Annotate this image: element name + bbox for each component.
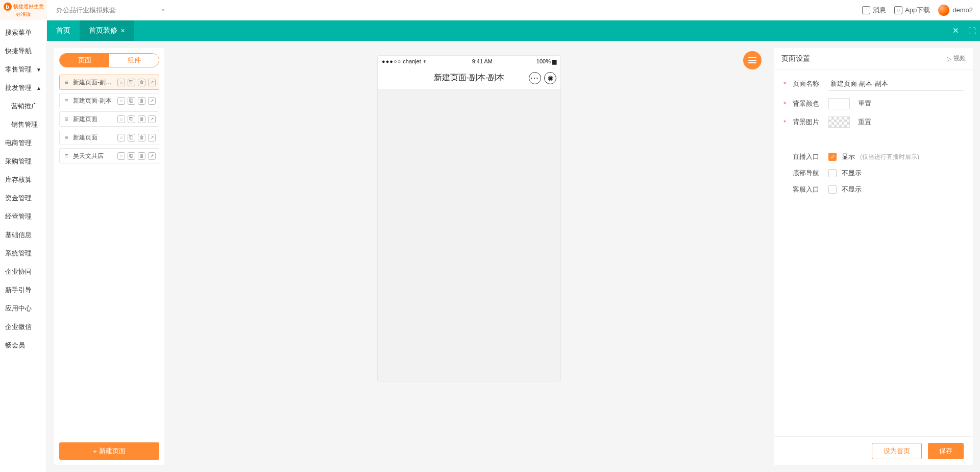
logo: b 畅捷通好生意 标准版 xyxy=(0,0,47,20)
sidebar-item-chmember[interactable]: 畅会员 xyxy=(0,336,46,355)
share-icon[interactable]: ↗ xyxy=(148,115,156,123)
phone-body[interactable] xyxy=(378,89,560,382)
bottom-nav-checkbox[interactable] xyxy=(828,169,837,177)
support-label: 客服入口 xyxy=(793,185,823,194)
tab-close-all-icon[interactable]: ✕ xyxy=(947,20,964,41)
share-icon[interactable]: ↗ xyxy=(148,97,156,105)
sidebar-item-basic[interactable]: 基础信息 xyxy=(0,226,46,244)
sidebar-item-coop[interactable]: 企业协同 xyxy=(0,263,46,281)
segment-component[interactable]: 组件 xyxy=(109,54,159,67)
messages-label: 消息 xyxy=(873,6,886,15)
user-menu[interactable]: demo2 xyxy=(938,5,973,16)
tab-fullscreen-icon[interactable]: ⛶ xyxy=(964,20,980,41)
sidebar-item-quick[interactable]: 快捷导航 xyxy=(0,42,46,60)
delete-icon[interactable]: 🗑 xyxy=(138,115,145,123)
page-name-input[interactable] xyxy=(828,77,964,91)
account-selector[interactable]: 办公品行业模拟账套 ▾ xyxy=(56,6,164,15)
logo-icon: b xyxy=(4,3,12,11)
field-bottom-nav: 底部导航 不显示 xyxy=(783,169,964,178)
delete-icon[interactable]: 🗑 xyxy=(138,97,145,105)
phone-icon: ▯ xyxy=(894,6,902,14)
home-icon[interactable]: ⌂ xyxy=(117,97,125,105)
save-button[interactable]: 保存 xyxy=(928,443,964,459)
new-page-button[interactable]: + 新建页面 xyxy=(59,442,159,460)
sidebar-item-fund[interactable]: 资金管理 xyxy=(0,189,46,207)
set-home-button[interactable]: 设为首页 xyxy=(872,443,922,459)
live-label: 直播入口 xyxy=(793,152,823,161)
sidebar-sub-sales[interactable]: 销售管理 xyxy=(0,115,46,134)
share-icon[interactable]: ↗ xyxy=(148,134,156,141)
battery-icon: ▆ xyxy=(552,58,556,64)
bg-image-reset[interactable]: 重置 xyxy=(858,117,871,127)
sidebar-item-wholesale[interactable]: 批发管理▲ xyxy=(0,79,46,97)
phone-preview: ●●●○○ chanjet ᯤ 9:41 AM 100% ▆ 新建页面-副本-副… xyxy=(377,55,561,382)
signal-icon: ●●●○○ xyxy=(382,58,401,64)
play-icon: ▷ xyxy=(947,55,951,62)
share-icon[interactable]: ↗ xyxy=(148,79,156,86)
sidebar-item-purchase[interactable]: 采购管理 xyxy=(0,152,46,171)
phone-menu-icon[interactable]: ··· xyxy=(529,72,541,84)
required-mark: * xyxy=(783,119,788,126)
tab-decorate[interactable]: 首页装修 ✕ xyxy=(80,20,134,41)
page-row[interactable]: ≡ 昊天文具店 ⌂⿻🗑↗ xyxy=(59,148,159,163)
sidebar-item-system[interactable]: 系统管理 xyxy=(0,244,46,263)
live-checkbox[interactable]: ✓ xyxy=(828,153,837,161)
sidebar-item-appcenter[interactable]: 应用中心 xyxy=(0,299,46,318)
sidebar-sub-marketing[interactable]: 营销推广 xyxy=(0,97,46,115)
copy-icon[interactable]: ⿻ xyxy=(128,79,135,86)
sidebar-item-wechat[interactable]: 企业微信 xyxy=(0,318,46,336)
page-name: 新建页面-副本 xyxy=(73,97,114,105)
page-name: 昊天文具店 xyxy=(73,152,114,160)
bg-image-swatch[interactable] xyxy=(828,116,850,128)
support-checkbox[interactable] xyxy=(828,185,837,194)
field-live-entry: 直播入口 ✓ 显示 (仅当进行直播时展示) xyxy=(783,152,964,161)
home-icon[interactable]: ⌂ xyxy=(117,134,125,141)
sidebar-item-operation[interactable]: 经营管理 xyxy=(0,207,46,226)
bg-color-swatch[interactable] xyxy=(828,98,850,109)
copy-icon[interactable]: ⿻ xyxy=(128,152,135,160)
app-download-link[interactable]: ▯ App下载 xyxy=(894,6,930,15)
segment-page[interactable]: 页面 xyxy=(60,54,109,67)
messages-link[interactable]: ⋯ 消息 xyxy=(862,6,886,15)
close-tab-icon[interactable]: ✕ xyxy=(120,28,125,34)
account-name: 办公品行业模拟账套 xyxy=(56,6,116,15)
page-row[interactable]: ≡ 新建页面-副本 ⌂⿻🗑↗ xyxy=(59,93,159,108)
settings-panel: 页面设置 ▷ 视频 * 页面名称 * 背景颜色 xyxy=(774,48,973,465)
delete-icon[interactable]: 🗑 xyxy=(138,134,145,141)
copy-icon[interactable]: ⿻ xyxy=(128,97,135,105)
bottom-nav-label: 底部导航 xyxy=(793,169,823,178)
tab-bar: 首页 首页装修 ✕ ✕ ⛶ xyxy=(47,20,980,41)
copy-icon[interactable]: ⿻ xyxy=(128,115,135,123)
delete-icon[interactable]: 🗑 xyxy=(138,79,145,86)
sidebar-item-stock[interactable]: 库存核算 xyxy=(0,171,46,189)
required-mark: * xyxy=(783,80,788,88)
preview-canvas: ●●●○○ chanjet ᯤ 9:41 AM 100% ▆ 新建页面-副本-副… xyxy=(164,41,774,472)
page-row[interactable]: ≡ 新建页面-副本... ⌂ ⿻ 🗑 ↗ xyxy=(59,75,159,90)
segment-control: 页面 组件 xyxy=(59,53,159,67)
list-icon: ≡ xyxy=(63,152,70,159)
home-icon[interactable]: ⌂ xyxy=(117,79,125,86)
expand-panel-button[interactable] xyxy=(743,51,762,69)
settings-title: 页面设置 xyxy=(781,54,810,63)
video-help-link[interactable]: ▷ 视频 xyxy=(947,54,966,63)
sidebar-item-search[interactable]: 搜索菜单 xyxy=(0,23,46,42)
bg-color-reset[interactable]: 重置 xyxy=(858,99,871,108)
logo-edition: 标准版 xyxy=(16,11,31,18)
page-row[interactable]: ≡ 新建页面 ⌂⿻🗑↗ xyxy=(59,111,159,127)
sidebar-item-retail[interactable]: 零售管理▼ xyxy=(0,60,46,79)
delete-icon[interactable]: 🗑 xyxy=(138,152,145,160)
phone-target-icon[interactable]: ◉ xyxy=(544,72,556,84)
tab-home[interactable]: 首页 xyxy=(47,20,80,41)
copy-icon[interactable]: ⿻ xyxy=(128,134,135,141)
sidebar-item-newhand[interactable]: 新手引导 xyxy=(0,281,46,299)
home-icon[interactable]: ⌂ xyxy=(117,115,125,123)
home-icon[interactable]: ⌂ xyxy=(117,152,125,160)
app-download-label: App下载 xyxy=(905,6,930,15)
share-icon[interactable]: ↗ xyxy=(148,152,156,160)
required-mark: * xyxy=(783,100,788,108)
caret-down-icon: ▼ xyxy=(36,67,41,73)
sidebar-item-ecom[interactable]: 电商管理 xyxy=(0,134,46,152)
sidebar: 搜索菜单 快捷导航 零售管理▼ 批发管理▲ 营销推广 销售管理 电商管理 采购管… xyxy=(0,20,47,472)
page-row[interactable]: ≡ 新建页面 ⌂⿻🗑↗ xyxy=(59,130,159,145)
settings-footer: 设为首页 保存 xyxy=(774,436,973,465)
